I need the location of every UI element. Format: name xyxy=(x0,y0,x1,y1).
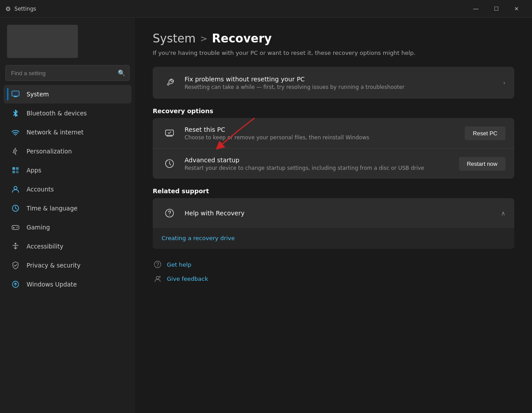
sidebar-label-gaming: Gaming xyxy=(27,224,50,231)
reset-icon xyxy=(162,125,177,141)
svg-rect-8 xyxy=(16,171,19,173)
reset-title: Reset this PC xyxy=(185,126,465,133)
sidebar-label-accounts: Accounts xyxy=(27,186,54,193)
sidebar-label-personalization: Personalization xyxy=(27,148,72,155)
reset-text: Reset this PC Choose to keep or remove y… xyxy=(185,126,465,141)
accessibility-icon xyxy=(11,241,20,251)
content-wrapper: System > Recovery If you're having troub… xyxy=(153,32,514,283)
privacy-icon xyxy=(11,260,20,270)
network-icon xyxy=(11,127,20,137)
sidebar-item-windows-update[interactable]: Windows Update xyxy=(4,275,131,294)
breadcrumb-current: Recovery xyxy=(212,32,272,45)
svg-rect-7 xyxy=(12,171,15,173)
recovery-options-title: Recovery options xyxy=(153,107,514,115)
svg-point-18 xyxy=(169,215,170,216)
fix-title: Fix problems without resetting your PC xyxy=(185,76,503,83)
sidebar-label-network: Network & internet xyxy=(27,129,84,136)
sidebar-item-privacy[interactable]: Privacy & security xyxy=(4,256,131,275)
sidebar-item-accounts[interactable]: Accounts xyxy=(4,180,131,199)
sidebar-item-network[interactable]: Network & internet xyxy=(4,123,131,141)
sidebar-label-privacy: Privacy & security xyxy=(27,262,81,269)
breadcrumb-parent: System xyxy=(153,32,196,45)
titlebar-title: Settings xyxy=(15,6,36,12)
svg-point-4 xyxy=(15,135,16,136)
recovery-drive-link[interactable]: Creating a recovery drive xyxy=(162,235,235,241)
give-feedback-link[interactable]: Give feedback xyxy=(153,274,514,283)
search-container: 🔍 xyxy=(5,65,130,81)
sidebar-item-system[interactable]: System xyxy=(4,85,131,103)
get-help-link[interactable]: Get help xyxy=(153,260,514,269)
svg-point-22 xyxy=(159,276,161,278)
sidebar: 🔍 System xyxy=(0,18,135,413)
titlebar-left: ⚙ Settings xyxy=(5,5,36,12)
time-icon xyxy=(11,203,20,213)
collapse-icon: ∧ xyxy=(501,210,505,217)
sidebar-nav: System Bluetooth & devices xyxy=(0,84,135,294)
fix-chevron-icon: › xyxy=(503,79,505,86)
fix-icon xyxy=(162,75,177,91)
sidebar-item-bluetooth[interactable]: Bluetooth & devices xyxy=(4,104,131,122)
app-container: 🔍 System xyxy=(0,18,532,413)
give-feedback-label: Give feedback xyxy=(167,275,208,282)
sidebar-label-system: System xyxy=(27,91,49,98)
breadcrumb-separator: > xyxy=(200,33,208,44)
titlebar-controls: — ☐ ✕ xyxy=(466,2,527,16)
titlebar: ⚙ Settings — ☐ ✕ xyxy=(0,0,532,18)
accounts-icon xyxy=(11,184,20,194)
help-recovery-label: Help with Recovery xyxy=(185,210,501,217)
fix-problems-card[interactable]: Fix problems without resetting your PC R… xyxy=(153,67,514,99)
close-button[interactable]: ✕ xyxy=(506,2,527,16)
bottom-links: Get help Give feedback xyxy=(153,260,514,283)
sidebar-label-apps: Apps xyxy=(27,167,41,174)
sidebar-label-accessibility: Accessibility xyxy=(27,243,63,250)
advanced-startup-title: Advanced startup xyxy=(185,157,459,164)
sidebar-item-accessibility[interactable]: Accessibility xyxy=(4,237,131,256)
recovery-options-card: Reset this PC Choose to keep or remove y… xyxy=(153,118,514,179)
gaming-icon xyxy=(11,222,20,232)
sidebar-item-personalization[interactable]: Personalization xyxy=(4,142,131,161)
restart-now-button[interactable]: Restart now xyxy=(459,157,505,171)
svg-point-21 xyxy=(156,276,159,279)
advanced-startup-subtitle: Restart your device to change startup se… xyxy=(185,165,459,171)
sidebar-label-time: Time & language xyxy=(27,205,77,212)
maximize-button[interactable]: ☐ xyxy=(486,2,506,16)
bluetooth-icon xyxy=(11,108,20,118)
advanced-startup-icon xyxy=(162,156,177,172)
help-recovery-icon xyxy=(162,205,177,221)
svg-rect-5 xyxy=(12,167,15,170)
related-support-title: Related support xyxy=(153,187,514,195)
system-icon xyxy=(11,89,20,99)
windows-update-icon xyxy=(11,279,20,289)
search-input[interactable] xyxy=(5,65,130,81)
minimize-button[interactable]: — xyxy=(466,2,486,16)
svg-point-12 xyxy=(16,227,17,228)
page-description: If you're having trouble with your PC or… xyxy=(153,50,514,56)
svg-point-14 xyxy=(15,243,16,245)
svg-rect-1 xyxy=(12,91,19,96)
personalization-icon xyxy=(11,146,20,156)
svg-point-13 xyxy=(17,227,18,228)
content-area: System > Recovery If you're having troub… xyxy=(135,18,532,413)
reset-subtitle: Choose to keep or remove your personal f… xyxy=(185,134,465,141)
svg-point-20 xyxy=(157,266,158,266)
svg-point-19 xyxy=(154,261,161,268)
related-support-body: Creating a recovery drive xyxy=(153,228,514,249)
reset-pc-row: Reset this PC Choose to keep or remove y… xyxy=(153,118,514,149)
sidebar-item-apps[interactable]: Apps xyxy=(4,161,131,180)
get-help-label: Get help xyxy=(167,261,191,268)
fix-text: Fix problems without resetting your PC R… xyxy=(185,76,503,90)
sidebar-item-gaming[interactable]: Gaming xyxy=(4,218,131,237)
breadcrumb: System > Recovery xyxy=(153,32,514,45)
apps-icon xyxy=(11,165,20,175)
svg-point-9 xyxy=(14,187,17,190)
advanced-startup-text: Advanced startup Restart your device to … xyxy=(185,157,459,171)
avatar xyxy=(7,25,78,58)
help-recovery-header[interactable]: Help with Recovery ∧ xyxy=(153,198,514,228)
sidebar-item-time[interactable]: Time & language xyxy=(4,199,131,218)
reset-pc-button[interactable]: Reset PC xyxy=(465,126,505,140)
svg-rect-6 xyxy=(16,167,19,170)
advanced-startup-row: Advanced startup Restart your device to … xyxy=(153,149,514,179)
search-icon: 🔍 xyxy=(118,69,125,76)
sidebar-label-windows-update: Windows Update xyxy=(27,281,77,288)
fix-problems-row[interactable]: Fix problems without resetting your PC R… xyxy=(153,67,514,99)
